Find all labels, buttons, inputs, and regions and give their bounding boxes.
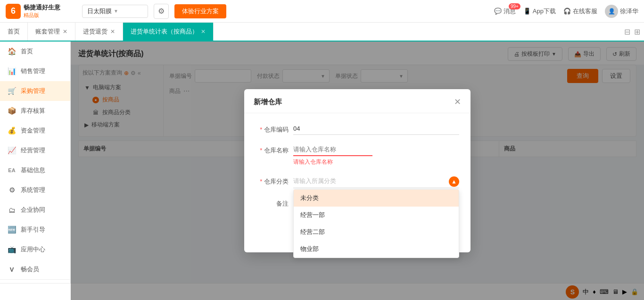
sidebar-item-enterprise-label: 企业协同 — [21, 206, 45, 214]
purchase-icon: 🛒 — [8, 87, 16, 95]
code-label: * 仓库编码 — [256, 123, 293, 134]
tab-bar: 首页 账套管理 ✕ 进货退货 ✕ 进货单统计表（按商品） ✕ ⊟ ⊞ — [0, 23, 644, 42]
sidebar-item-inventory[interactable]: 📦 库存核算 — [0, 101, 70, 121]
member-icon: V — [8, 265, 16, 274]
sidebar-item-operations-label: 经营管理 — [21, 146, 45, 155]
sidebar-item-system[interactable]: ⚙ 系统管理 — [0, 180, 70, 200]
category-label: * 仓库分类 — [256, 175, 293, 186]
notes-label: 备注 — [256, 197, 293, 208]
main-layout: 🏠 首页 📊 销售管理 🛒 采购管理 📦 库存核算 💰 资金管理 📈 经营管理 … — [0, 42, 644, 300]
name-label: * 仓库名称 — [256, 143, 293, 155]
sidebar-item-newbie-label: 新手引导 — [21, 225, 45, 234]
dropdown-item-uncategorized[interactable]: 未分类 — [294, 190, 459, 207]
modal-overlay: 新增仓库 ✕ * 仓库编码 — [71, 42, 644, 300]
tab-purchase-return-label: 进货退货 — [83, 27, 107, 36]
tab-home-label: 首页 — [8, 27, 20, 36]
modal-title: 新增仓库 — [254, 98, 282, 107]
app-icon: 📱 — [523, 8, 531, 15]
dropdown-item-dept2[interactable]: 经营二部 — [294, 224, 459, 241]
sales-icon: 📊 — [8, 67, 16, 75]
tab-purchase-stats[interactable]: 进货单统计表（按商品） ✕ — [123, 23, 214, 41]
tab-purchase-return-close[interactable]: ✕ — [110, 28, 115, 35]
sidebar-item-home[interactable]: 🏠 首页 — [0, 42, 70, 61]
notification-badge: 99+ — [509, 3, 520, 9]
sidebar-item-newbie[interactable]: 🆕 新手引导 — [0, 220, 70, 240]
category-select-box[interactable]: 请输入所属分类 — [293, 175, 459, 188]
settings-button[interactable]: ⚙ — [154, 4, 169, 19]
sidebar-item-purchase-label: 采购管理 — [21, 87, 45, 95]
logo-icon: 6 — [6, 4, 21, 19]
store-dropdown-arrow: ▼ — [114, 8, 118, 14]
trial-button[interactable]: 体验行业方案 — [174, 4, 226, 18]
tab-expand-icon[interactable]: ⊞ — [634, 27, 640, 36]
logo-badge: 精品版 — [24, 12, 60, 19]
sidebar-item-basic-info-label: 基础信息 — [21, 166, 45, 175]
online-service-btn[interactable]: 🎧 在线客服 — [563, 7, 597, 16]
modal-header: 新增仓库 ✕ — [244, 89, 471, 113]
user-avatar: 👤 — [605, 5, 618, 18]
sidebar-item-sales[interactable]: 📊 销售管理 — [0, 61, 70, 81]
category-placeholder: 请输入所属分类 — [293, 177, 336, 185]
category-select-wrap: 请输入所属分类 ▲ 未分类 经营一部 经营二部 物业部 — [293, 175, 459, 188]
form-row-name: * 仓库名称 请输入仓库名称 — [256, 143, 459, 166]
sidebar-item-operations[interactable]: 📈 经营管理 — [0, 141, 70, 160]
newbie-icon: 🆕 — [8, 225, 16, 234]
name-input-wrap — [293, 143, 372, 156]
modal-body: * 仓库编码 * 仓库名称 — [244, 113, 471, 225]
dropdown-item-dept1[interactable]: 经营一部 — [294, 207, 459, 224]
sidebar-item-enterprise[interactable]: 🗂 企业协同 — [0, 200, 70, 220]
sidebar-item-finance[interactable]: 💰 资金管理 — [0, 121, 70, 141]
tab-account[interactable]: 账套管理 ✕ — [28, 23, 75, 41]
sidebar-item-purchase[interactable]: 🛒 采购管理 — [0, 81, 70, 101]
user-area[interactable]: 👤 徐泽华 — [605, 5, 638, 18]
basic-info-icon: EA — [8, 166, 16, 175]
tab-purchase-stats-label: 进货单统计表（按商品） — [131, 27, 198, 36]
name-error-msg: 请输入仓库名称 — [293, 158, 333, 166]
store-selector[interactable]: 日太阳膜 ▼ — [82, 5, 148, 18]
form-row-code: * 仓库编码 — [256, 123, 459, 135]
tab-purchase-stats-close[interactable]: ✕ — [201, 28, 206, 35]
sidebar-item-member-label: 畅会员 — [21, 265, 39, 274]
app-download-btn[interactable]: 📱 App下载 — [523, 7, 556, 16]
sidebar: 🏠 首页 📊 销售管理 🛒 采购管理 📦 库存核算 💰 资金管理 📈 经营管理 … — [0, 42, 71, 300]
top-bar: 6 畅捷通好生意 精品版 日太阳膜 ▼ ⚙ 体验行业方案 💬 消息 99+ 📱 … — [0, 0, 644, 23]
sidebar-item-sales-label: 销售管理 — [21, 67, 45, 75]
content-area: 进货单统计(按商品) 🖨 按模板打印 ▼ 📤 导出 ↺ 刷新 — [71, 42, 644, 300]
logo-text-block: 畅捷通好生意 精品版 — [24, 3, 60, 19]
category-toggle-icon[interactable]: ▲ — [449, 176, 459, 187]
form-row-category: * 仓库分类 请输入所属分类 ▲ 未分类 经营一部 — [256, 175, 459, 188]
message-icon: 💬 — [494, 8, 502, 15]
category-dropdown: 未分类 经营一部 经营二部 物业部 — [293, 189, 459, 258]
home-icon: 🏠 — [8, 47, 16, 56]
sidebar-item-member[interactable]: V 畅会员 — [0, 259, 70, 279]
logo-area: 6 畅捷通好生意 精品版 — [6, 3, 76, 19]
tab-account-label: 账套管理 — [35, 27, 60, 36]
tab-purchase-return[interactable]: 进货退货 ✕ — [75, 23, 123, 41]
app-download-label: App下载 — [533, 7, 556, 16]
code-input[interactable] — [293, 123, 459, 135]
system-icon: ⚙ — [8, 186, 16, 194]
top-right: 💬 消息 99+ 📱 App下载 🎧 在线客服 👤 徐泽华 — [494, 5, 638, 18]
sidebar-item-basic-info[interactable]: EA 基础信息 — [0, 160, 70, 180]
sidebar-item-app-center-label: 应用中心 — [21, 245, 45, 254]
operations-icon: 📈 — [8, 146, 16, 155]
add-warehouse-modal: 新增仓库 ✕ * 仓库编码 — [244, 89, 471, 252]
headset-icon: 🎧 — [563, 8, 571, 15]
notification-area[interactable]: 💬 消息 99+ — [494, 7, 516, 16]
name-input[interactable] — [293, 143, 372, 156]
modal-close-button[interactable]: ✕ — [454, 97, 461, 107]
user-name: 徐泽华 — [620, 7, 638, 16]
dropdown-item-property[interactable]: 物业部 — [294, 241, 459, 258]
sidebar-item-finance-label: 资金管理 — [21, 126, 45, 135]
tab-account-close[interactable]: ✕ — [63, 28, 67, 35]
tab-collapse-icon[interactable]: ⊟ — [624, 27, 630, 36]
tab-controls: ⊟ ⊞ — [620, 27, 644, 36]
store-name: 日太阳膜 — [87, 7, 112, 16]
sidebar-item-system-label: 系统管理 — [21, 186, 45, 194]
required-mark: * — [260, 126, 262, 133]
code-input-wrap — [293, 123, 459, 135]
tab-home[interactable]: 首页 — [0, 23, 28, 41]
enterprise-icon: 🗂 — [8, 206, 16, 214]
sidebar-item-app-center[interactable]: 📺 应用中心 — [0, 240, 70, 259]
logo-text: 畅捷通好生意 — [24, 3, 60, 12]
